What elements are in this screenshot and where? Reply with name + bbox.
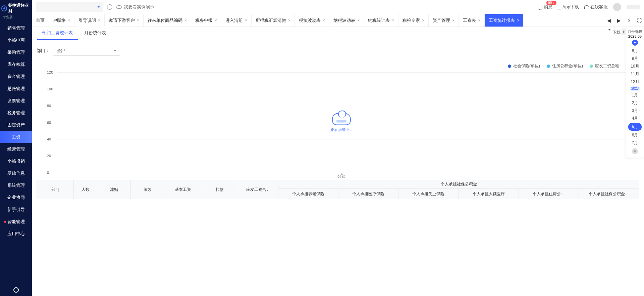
message-badge: 99 + — [546, 1, 556, 5]
chart-box: 分部 正在加载中... 020406080100120 — [57, 72, 626, 173]
month-option[interactable]: 3月 — [626, 107, 644, 115]
tab-9[interactable]: 纳税波动表× — [329, 14, 364, 27]
tab-12[interactable]: 资产管理× — [429, 14, 459, 27]
month-panel-title: 月份选择 — [626, 29, 644, 34]
month-option[interactable]: 4月 — [626, 115, 644, 122]
month-option[interactable]: 11月 — [626, 70, 644, 78]
tab-close-icon[interactable]: × — [517, 18, 519, 23]
tab-close-icon[interactable]: × — [245, 18, 247, 23]
month-scroll-down[interactable] — [632, 148, 638, 154]
tab-close-icon[interactable]: × — [357, 18, 360, 23]
sidebar-item-8[interactable]: 固定资产 — [0, 119, 32, 131]
sidebar: 畅捷通好业财 专业版 销售管理小畅电商采购管理库存核算资金管理总账管理发票管理税… — [0, 0, 32, 296]
tab-fullscreen[interactable]: ⛶ — [634, 14, 644, 27]
month-option[interactable]: 2月 — [626, 99, 644, 107]
month-option[interactable]: 9月 — [626, 55, 644, 62]
org-selector[interactable] — [36, 2, 103, 12]
tab-close-icon[interactable]: × — [184, 18, 187, 23]
y-tick: 80 — [47, 104, 51, 108]
settings-icon[interactable] — [107, 4, 112, 10]
tab-8[interactable]: 税负波动表× — [295, 14, 329, 27]
sidebar-item-10[interactable]: 经营管理 — [0, 143, 32, 155]
demo-link[interactable]: 我要看实例演示 — [116, 4, 154, 10]
tab-7[interactable]: 所得税汇算清缴× — [252, 14, 295, 27]
tab-close-icon[interactable]: × — [68, 18, 70, 23]
sidebar-item-6[interactable]: 发票管理 — [0, 95, 32, 107]
tab-5[interactable]: 税务申报× — [191, 14, 221, 27]
table-header-cell: 应发工资合计 — [238, 180, 278, 199]
month-panel: 月份选择 2023.05 8月9月10月11月12月20231月2月3月4月5月… — [626, 27, 644, 158]
sidebar-item-3[interactable]: 库存核算 — [0, 58, 32, 71]
tab-close-icon[interactable]: × — [98, 18, 100, 23]
legend-item[interactable]: 社会保险(单位) — [508, 63, 540, 69]
tab-close-icon[interactable]: × — [323, 18, 325, 23]
sidebar-item-12[interactable]: 基础信息 — [0, 167, 32, 179]
legend-dot-icon — [590, 65, 593, 68]
tab-13[interactable]: 工资表× — [459, 14, 485, 27]
tab-close-icon[interactable]: × — [392, 18, 394, 23]
tab-close-icon[interactable]: × — [452, 18, 454, 23]
tab-1[interactable]: 户联络× — [49, 14, 74, 27]
sidebar-item-1[interactable]: 小畅电商 — [0, 34, 32, 46]
online-service-button[interactable]: 在线客服 — [584, 4, 608, 10]
brand-logo: 畅捷通好业财 — [0, 0, 32, 15]
sidebar-item-5[interactable]: 总账管理 — [0, 83, 32, 95]
month-option[interactable]: 7月 — [626, 139, 644, 147]
sidebar-item-14[interactable]: 企业协同 — [0, 192, 32, 204]
table-header-cell: 津贴 — [97, 180, 131, 199]
sidebar-item-4[interactable]: 资金管理 — [0, 71, 32, 83]
app-download-button[interactable]: App下载 — [558, 4, 579, 10]
avatar[interactable] — [613, 3, 621, 11]
table-header: 部门人数津贴绩效基本工资扣款应发工资合计个人承担社保公积金个人承担养老保险个人承… — [37, 180, 639, 199]
month-option[interactable]: 5月 — [628, 123, 642, 131]
sidebar-item-9[interactable]: 工资 — [0, 131, 32, 143]
download-button[interactable]: 下载 — [608, 30, 621, 35]
legend-item[interactable]: 住房公积金(单位) — [547, 63, 583, 69]
tab-4[interactable]: 往来单位商品编码× — [144, 14, 191, 27]
tab-3[interactable]: 邀请下游客户× — [105, 14, 144, 27]
tab-6[interactable]: 进入清册× — [221, 14, 252, 27]
department-select[interactable]: 全部 — [53, 46, 120, 56]
content: 部门工资统计表月份统计表 下载 刷新 部门： 全部 社会保险(单位)住房公积金(… — [32, 27, 644, 296]
sidebar-settings-button[interactable] — [0, 284, 32, 296]
tab-10[interactable]: 纳税统计表× — [364, 14, 398, 27]
legend-dot-icon — [508, 65, 511, 68]
tab-scroll-right[interactable]: ▶ — [614, 14, 624, 27]
month-panel-collapse[interactable] — [622, 29, 626, 35]
legend-item[interactable]: 应发工资总额 — [590, 63, 619, 69]
subtab-0[interactable]: 部门工资统计表 — [37, 26, 78, 40]
month-scroll-up[interactable] — [632, 40, 638, 46]
tab-0[interactable]: 首页 — [32, 14, 49, 27]
tab-scroll-left[interactable]: ◀ — [604, 14, 614, 27]
tab-close-icon[interactable]: × — [288, 18, 290, 23]
month-option[interactable]: 1月 — [626, 91, 644, 99]
sidebar-item-0[interactable]: 销售管理 — [0, 22, 32, 34]
subtab-1[interactable]: 月份统计表 — [78, 26, 112, 40]
month-option[interactable]: 6月 — [626, 131, 644, 139]
chart-area: 社会保险(单位)住房公积金(单位)应发工资总额 分部 正在加载中... 0204… — [37, 61, 639, 180]
sidebar-item-7[interactable]: 税务管理 — [0, 107, 32, 119]
y-tick: 100 — [47, 87, 53, 91]
sidebar-item-2[interactable]: 采购管理 — [0, 46, 32, 58]
tab-close-icon[interactable]: × — [422, 18, 424, 23]
sidebar-item-17[interactable]: 应用中心 — [0, 228, 32, 240]
sidebar-item-15[interactable]: 新手引导 — [0, 204, 32, 216]
salary-table: 部门人数津贴绩效基本工资扣款应发工资合计个人承担社保公积金个人承担养老保险个人承… — [37, 180, 639, 199]
y-tick: 40 — [47, 137, 51, 141]
month-option[interactable]: 12月 — [626, 78, 644, 86]
tab-14[interactable]: 工资统计报表× — [485, 14, 524, 27]
sidebar-item-16[interactable]: 智能管理 — [0, 216, 32, 228]
sidebar-item-13[interactable]: 系统管理 — [0, 179, 32, 192]
month-option[interactable]: 8月 — [626, 47, 644, 55]
tab-close-icon[interactable]: × — [215, 18, 217, 23]
sidebar-item-11[interactable]: 小畅报销 — [0, 155, 32, 167]
message-button[interactable]: 消息 99 + — [538, 4, 552, 10]
tab-close-all[interactable]: × — [624, 14, 634, 27]
tab-close-icon[interactable]: × — [137, 18, 139, 23]
month-option[interactable]: 10月 — [626, 62, 644, 70]
tab-close-icon[interactable]: × — [478, 18, 480, 23]
table-header-cell: 个人承担养老保险 — [278, 189, 338, 199]
tab-11[interactable]: 税检专家× — [398, 14, 429, 27]
tab-2[interactable]: 引导说明× — [74, 14, 105, 27]
filter-row: 部门： 全部 — [37, 40, 639, 61]
